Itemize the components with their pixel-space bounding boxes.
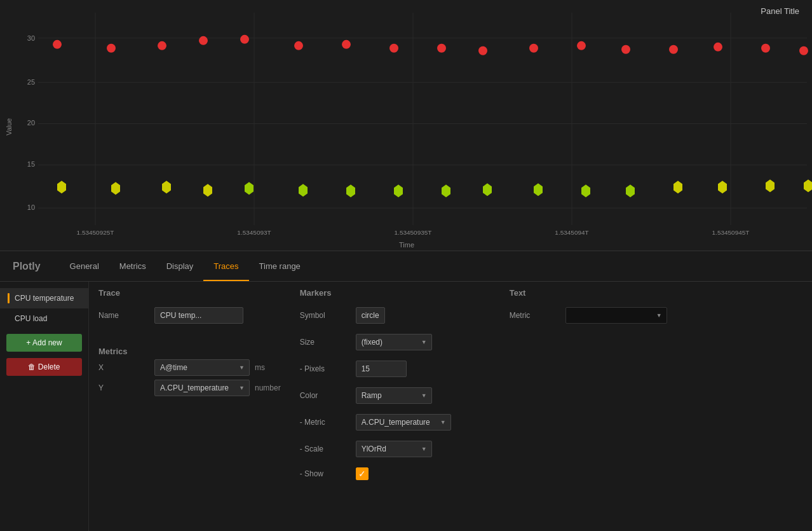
marker-symbol-value: circle: [356, 307, 385, 324]
marker-color-select[interactable]: Ramp: [356, 387, 432, 404]
trace-label-cpu-load: CPU load: [15, 314, 47, 323]
metric-x-select[interactable]: A@time: [154, 359, 250, 376]
markers-title: Markers: [300, 288, 491, 298]
app-label: Plotly: [6, 261, 47, 272]
marker-pixels-input[interactable]: [356, 361, 407, 377]
svg-point-39: [799, 46, 808, 55]
svg-point-29: [342, 40, 351, 49]
trace-item-cpu-load[interactable]: CPU load: [0, 308, 88, 329]
tab-time-range[interactable]: Time range: [249, 252, 311, 281]
text-metric-row: Metric: [510, 307, 687, 324]
svg-text:1.53450945T: 1.53450945T: [712, 229, 750, 236]
marker-color-label: Color: [300, 391, 351, 400]
svg-text:1.53450935T: 1.53450935T: [395, 229, 432, 236]
svg-text:Value: Value: [5, 118, 13, 135]
metric-y-unit: number: [255, 383, 281, 392]
svg-rect-0: [0, 0, 812, 251]
marker-pixels-label: - Pixels: [300, 364, 351, 373]
marker-show-row: - Show ✓: [300, 467, 491, 480]
svg-text:25: 25: [27, 78, 35, 86]
trace-name-input[interactable]: [154, 307, 243, 324]
chart-panel: Panel Title 30 25 20 15 10 Value 1.53450…: [0, 0, 812, 251]
svg-point-30: [389, 44, 398, 53]
text-metric-select[interactable]: [565, 307, 667, 324]
metric-x-row: X A@time ms: [98, 359, 281, 376]
marker-metric-select-wrapper: A.CPU_temperature: [356, 414, 451, 431]
marker-color-select-wrapper: Ramp: [356, 387, 432, 404]
tab-general[interactable]: General: [60, 252, 109, 281]
trace-name-row: Name: [98, 307, 281, 324]
markers-section: Markers Symbol circle Size (fixed) - Pix…: [300, 288, 491, 525]
tab-display[interactable]: Display: [156, 252, 204, 281]
panel-title: Panel Title: [761, 6, 799, 16]
tab-traces[interactable]: Traces: [203, 252, 248, 281]
svg-text:1.5345093T: 1.5345093T: [237, 229, 271, 236]
metric-x-unit: ms: [255, 363, 265, 372]
metric-y-select[interactable]: A.CPU_temperature: [154, 380, 250, 396]
metric-y-row: Y A.CPU_temperature number: [98, 380, 281, 396]
svg-text:1.5345094T: 1.5345094T: [555, 229, 588, 236]
metric-y-select-wrapper: A.CPU_temperature: [154, 380, 250, 396]
svg-text:15: 15: [27, 160, 35, 168]
svg-point-35: [621, 45, 630, 54]
trace-label-cpu-temp: CPU temperature: [15, 294, 74, 303]
svg-text:30: 30: [27, 34, 35, 42]
text-section-title: Text: [510, 288, 687, 298]
marker-size-row: Size (fixed): [300, 334, 491, 350]
svg-text:20: 20: [27, 120, 35, 127]
metrics-section-title: Metrics: [98, 347, 281, 356]
svg-text:1.53450925T: 1.53450925T: [77, 229, 114, 236]
inactive-indicator: [8, 314, 10, 324]
svg-point-23: [53, 40, 62, 49]
main-editor: Trace Name Metrics X A@time: [89, 282, 812, 531]
svg-point-34: [577, 41, 586, 50]
svg-point-32: [478, 46, 487, 55]
marker-scale-select[interactable]: YlOrRd: [356, 441, 432, 457]
active-indicator: [8, 293, 10, 303]
marker-show-checkbox[interactable]: ✓: [356, 467, 369, 480]
marker-scale-select-wrapper: YlOrRd: [356, 441, 432, 457]
marker-metric-select[interactable]: A.CPU_temperature: [356, 414, 451, 431]
metric-x-label: X: [98, 363, 149, 372]
marker-scale-row: - Scale YlOrRd: [300, 441, 491, 457]
text-metric-label: Metric: [510, 311, 560, 320]
svg-point-37: [714, 43, 722, 52]
chart-svg: 30 25 20 15 10 Value 1.53450925T 1.53450…: [0, 0, 812, 251]
trace-section-title: Trace: [98, 288, 281, 298]
svg-point-25: [158, 41, 166, 50]
metric-y-label: Y: [98, 383, 149, 392]
marker-pixels-row: - Pixels: [300, 361, 491, 377]
text-section: Text Metric: [510, 288, 687, 525]
editor-content: CPU temperature CPU load + Add new 🗑 Del…: [0, 282, 812, 531]
marker-symbol-label: Symbol: [300, 311, 351, 320]
text-metric-select-wrapper: [565, 307, 667, 324]
svg-point-28: [294, 41, 303, 50]
marker-color-row: Color Ramp: [300, 387, 491, 404]
svg-point-36: [669, 45, 678, 54]
marker-metric-label: - Metric: [300, 418, 351, 427]
marker-scale-label: - Scale: [300, 445, 351, 453]
svg-point-31: [437, 44, 446, 53]
svg-point-27: [240, 35, 249, 44]
delete-button[interactable]: 🗑 Delete: [6, 358, 82, 376]
svg-point-26: [199, 36, 208, 45]
left-sidebar: CPU temperature CPU load + Add new 🗑 Del…: [0, 282, 89, 531]
marker-metric-row: - Metric A.CPU_temperature: [300, 414, 491, 431]
marker-symbol-row: Symbol circle: [300, 307, 491, 324]
trace-item-cpu-temp[interactable]: CPU temperature: [0, 288, 88, 308]
trace-name-label: Name: [98, 311, 149, 320]
svg-text:Time: Time: [399, 241, 414, 249]
svg-text:10: 10: [27, 203, 35, 211]
tab-bar: Plotly General Metrics Display Traces Ti…: [0, 251, 812, 282]
marker-size-select[interactable]: (fixed): [356, 334, 432, 350]
svg-point-38: [761, 44, 770, 53]
svg-point-33: [529, 44, 538, 53]
marker-size-select-wrapper: (fixed): [356, 334, 432, 350]
add-new-button[interactable]: + Add new: [6, 334, 82, 352]
marker-size-label: Size: [300, 338, 351, 347]
svg-point-24: [107, 44, 116, 53]
trace-section: Trace Name Metrics X A@time: [98, 288, 281, 525]
metric-x-select-wrapper: A@time: [154, 359, 250, 376]
editor-area: Plotly General Metrics Display Traces Ti…: [0, 251, 812, 531]
tab-metrics[interactable]: Metrics: [109, 252, 156, 281]
